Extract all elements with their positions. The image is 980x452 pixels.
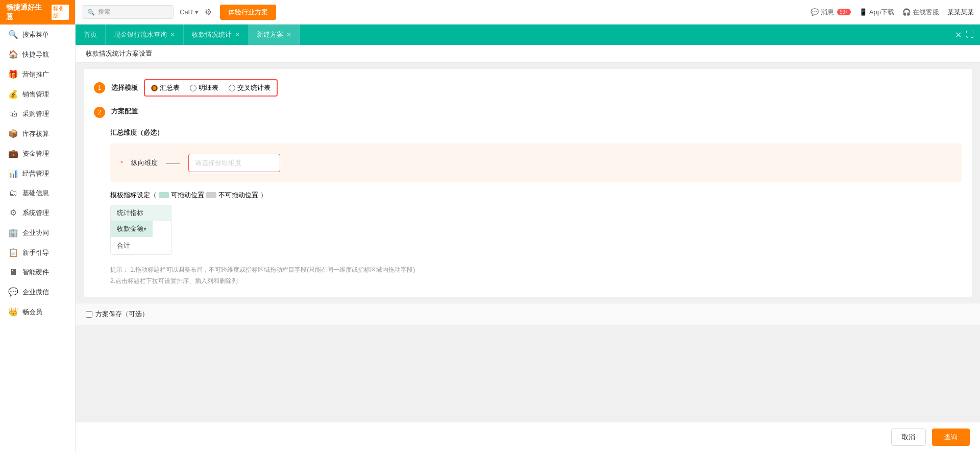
tab-home-label: 首页 <box>84 30 97 39</box>
sidebar-item-operations[interactable]: 📊 经营管理 <box>0 163 75 183</box>
sidebar-item-search-menu[interactable]: 🔍 搜索菜单 <box>0 25 75 44</box>
step2-number: 2 <box>98 109 102 116</box>
metrics-section: 模板指标设定（ 可拖动位置 不可拖动位置 ） 统计指标 <box>110 191 962 256</box>
tab-new-plan-label: 新建方案 <box>257 30 283 39</box>
sidebar-item-label: 企业协同 <box>22 228 49 237</box>
tab-home[interactable]: 首页 <box>76 25 106 45</box>
gear-settings-icon[interactable]: ⚙ <box>205 7 212 17</box>
radio-summary[interactable]: 汇总表 <box>151 83 180 92</box>
save-plan-label: 方案保存（可选） <box>95 310 149 319</box>
sidebar-item-enterprise[interactable]: 🏢 企业协同 <box>0 223 75 243</box>
chevron-down-icon: ▾ <box>195 8 199 16</box>
sidebar-item-wechat[interactable]: 💬 企业微信 <box>0 282 75 302</box>
industry-btn[interactable]: 体验行业方案 <box>220 5 276 20</box>
topbar-right: 💬 消息 99+ 📱 App下载 🎧 在线客服 某某某某 <box>811 8 974 17</box>
sidebar-item-finance[interactable]: 💼 资金管理 <box>0 144 75 163</box>
form-section: 1 选择模板 汇总表 明细表 交叉统计表 <box>84 69 972 297</box>
radio-detail-input[interactable] <box>190 85 197 91</box>
message-btn[interactable]: 💬 消息 99+ <box>811 8 851 17</box>
gear-icon: ⚙ <box>8 208 18 218</box>
tab-payment-stats[interactable]: 收款情况统计 ✕ <box>184 25 249 45</box>
dimension-area: * 纵向维度 —— 请选择分组维度 <box>110 144 962 182</box>
username: 某某某某 <box>947 8 974 17</box>
save-plan-checkbox[interactable] <box>86 311 92 318</box>
sidebar-item-basic-info[interactable]: 🗂 基础信息 <box>0 183 75 203</box>
sidebar-item-marketing[interactable]: 🎁 营销推广 <box>0 64 75 84</box>
dimension-section-title: 汇总维度（必选） <box>110 128 962 137</box>
radio-summary-input[interactable] <box>151 85 158 91</box>
required-mark: * <box>120 159 123 167</box>
search-icon: 🔍 <box>87 9 95 16</box>
column-row-total: 合计 <box>111 237 153 254</box>
page-title: 收款情况统计方案设置 <box>86 50 152 57</box>
fixed-legend-dot <box>206 192 216 198</box>
tabbar-expand-btn[interactable]: ⛶ <box>966 30 974 39</box>
topbar-search-box[interactable]: 🔍 搜索 <box>82 5 174 19</box>
tip-2: 2.点击标题栏下拉可设置排序、插入列和删除列 <box>110 276 962 287</box>
tab-payment-stats-close[interactable]: ✕ <box>235 32 240 38</box>
radio-cross[interactable]: 交叉统计表 <box>229 83 271 92</box>
sidebar-item-inventory[interactable]: 📦 库存核算 <box>0 124 75 144</box>
tab-bank-flow-close[interactable]: ✕ <box>170 32 175 38</box>
draggable-legend-dot <box>159 192 169 198</box>
sidebar-item-member[interactable]: 👑 畅会员 <box>0 302 75 322</box>
chart-icon: 📊 <box>8 169 18 178</box>
tab-new-plan-close[interactable]: ✕ <box>286 32 291 38</box>
radio-cross-input[interactable] <box>229 85 235 91</box>
message-badge: 99+ <box>837 9 851 15</box>
sidebar-item-guide[interactable]: 📋 新手引导 <box>0 243 75 263</box>
column-header-payment[interactable]: 收款金额 ▾ <box>111 221 153 237</box>
download-btn[interactable]: 📱 App下载 <box>859 8 894 17</box>
sidebar-item-quick-nav[interactable]: 🏠 快捷导航 <box>0 44 75 64</box>
tab-new-plan[interactable]: 新建方案 ✕ <box>249 25 300 45</box>
fixed-label: 不可拖动位置 <box>218 191 258 200</box>
search-placeholder-text: 搜索 <box>98 8 110 16</box>
sidebar-item-sales[interactable]: 💰 销售管理 <box>0 84 75 104</box>
draggable-label: 可拖动位置 <box>171 191 204 200</box>
sidebar-item-purchase[interactable]: 🛍 采购管理 <box>0 104 75 124</box>
bag-icon: 🛍 <box>8 109 18 118</box>
sidebar-item-hardware[interactable]: 🖥 智能硬件 <box>0 263 75 282</box>
step1-badge: 1 <box>94 82 105 93</box>
arrow-right: —— <box>166 159 180 167</box>
message-label: 消息 <box>821 8 834 17</box>
service-btn[interactable]: 🎧 在线客服 <box>902 8 939 17</box>
select-placeholder: 请选择分组维度 <box>195 159 241 166</box>
main-content: 🔍 搜索 CaR ▾ ⚙ 体验行业方案 💬 消息 99+ 📱 App下载 🎧 在… <box>76 0 980 452</box>
sidebar-item-label: 快捷导航 <box>22 50 49 59</box>
query-button[interactable]: 查询 <box>932 429 970 446</box>
metrics-title: 模板指标设定（ <box>110 191 157 200</box>
step1-row: 1 选择模板 汇总表 明细表 交叉统计表 <box>94 79 962 97</box>
search-menu-icon: 🔍 <box>8 30 18 39</box>
topbar-dropdown[interactable]: CaR ▾ <box>180 8 199 16</box>
download-icon: 📱 <box>859 8 867 16</box>
tab-payment-stats-label: 收款情况统计 <box>192 30 232 39</box>
sidebar-item-label: 系统管理 <box>22 208 49 218</box>
step1-label: 选择模板 <box>111 83 138 92</box>
sidebar-item-label: 畅会员 <box>22 307 42 317</box>
sidebar-item-label: 新手引导 <box>22 248 49 257</box>
save-plan-row: 方案保存（可选） <box>86 310 149 319</box>
cancel-button[interactable]: 取消 <box>891 429 926 446</box>
radio-detail-label: 明细表 <box>199 83 218 92</box>
group-dimension-select[interactable]: 请选择分组维度 <box>188 154 280 172</box>
dimension-row: * 纵向维度 —— 请选择分组维度 <box>120 154 951 172</box>
monitor-icon: 🖥 <box>8 268 18 277</box>
sidebar: 畅捷通好生意 标准版 🔍 搜索菜单 🏠 快捷导航 🎁 营销推广 💰 销售管理 🛍… <box>0 0 76 452</box>
sidebar-item-system[interactable]: ⚙ 系统管理 <box>0 203 75 223</box>
tabbar: 首页 现金银行流水查询 ✕ 收款情况统计 ✕ 新建方案 ✕ ✕ ⛶ <box>76 25 980 45</box>
money-icon: 💰 <box>8 89 18 99</box>
vertical-label: 纵向维度 <box>131 158 158 168</box>
home-icon: 🏠 <box>8 50 18 59</box>
download-label: App下载 <box>869 8 894 17</box>
tab-bank-flow-label: 现金银行流水查询 <box>114 30 167 39</box>
column-dropdown-icon[interactable]: ▾ <box>143 225 146 232</box>
tabbar-close-btn[interactable]: ✕ <box>955 30 962 40</box>
headset-icon: 🎧 <box>902 8 911 16</box>
radio-detail[interactable]: 明细表 <box>190 83 218 92</box>
step2-row: 2 方案配置 <box>94 107 962 118</box>
radio-cross-label: 交叉统计表 <box>237 83 271 92</box>
metrics-legend-row: 模板指标设定（ 可拖动位置 不可拖动位置 ） <box>110 191 962 200</box>
metrics-header[interactable]: 统计指标 <box>111 205 171 221</box>
tab-bank-flow[interactable]: 现金银行流水查询 ✕ <box>106 25 184 45</box>
